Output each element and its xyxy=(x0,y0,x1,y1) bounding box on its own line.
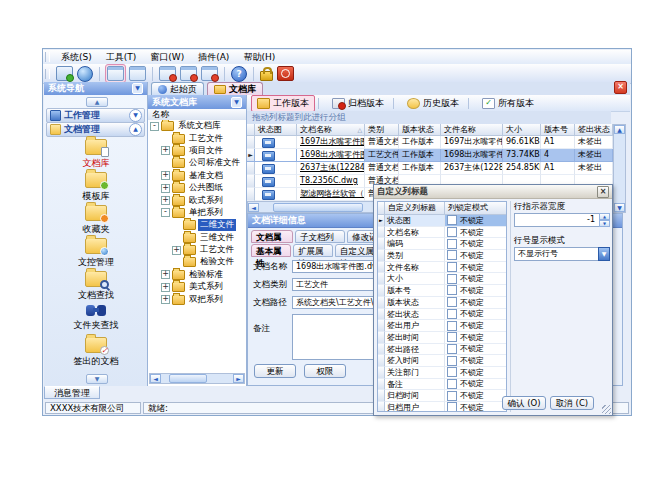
tab-basic-properties[interactable]: 基本属性 xyxy=(251,244,291,257)
remarks-textarea[interactable] xyxy=(292,314,382,360)
sidebar-item-doc-library[interactable]: 文档库 xyxy=(44,139,148,170)
lock-checkbox[interactable] xyxy=(447,402,457,412)
history-version-button[interactable]: 历史版本 xyxy=(401,95,465,112)
globe-icon[interactable] xyxy=(77,66,93,82)
tree-expander[interactable]: + xyxy=(161,270,170,279)
grid-row[interactable]: 归档时间不锁定 xyxy=(378,390,506,402)
lock-checkbox[interactable] xyxy=(447,262,457,272)
tree-node[interactable]: +检验标准 xyxy=(148,269,246,281)
permission-button[interactable]: 权限 xyxy=(304,364,346,378)
lock-checkbox[interactable] xyxy=(447,367,457,377)
grid-row[interactable]: 文件名称不锁定 xyxy=(378,262,506,274)
column-header-category[interactable]: 类别 xyxy=(365,124,399,136)
doc-name-cell[interactable]: 1698出水嘴零件图.dwg xyxy=(297,149,365,162)
column-header-size[interactable]: 大小 xyxy=(503,124,541,136)
tab-doc-properties[interactable]: 文档属性 xyxy=(251,230,293,243)
sidebar-group-document[interactable]: 文档管理 ▲ xyxy=(46,122,145,137)
lock-checkbox[interactable] xyxy=(447,297,457,307)
grid-row[interactable]: 签出路径不锁定 xyxy=(378,344,506,356)
lock-checkbox[interactable] xyxy=(447,250,457,260)
lock-checkbox[interactable] xyxy=(447,215,457,225)
column-header-version-status[interactable]: 版本状态 xyxy=(399,124,441,136)
lock-checkbox[interactable] xyxy=(447,285,457,295)
tab-start-page[interactable]: 起始页 xyxy=(151,82,204,95)
grid-row[interactable]: 签入时间不锁定 xyxy=(378,355,506,367)
sidebar-item-favorites[interactable]: 收藏夹 xyxy=(44,205,148,236)
tree-node[interactable]: +工艺文件 xyxy=(148,244,246,256)
scroll-down-icon[interactable]: ▼ xyxy=(614,203,625,212)
tree-expander[interactable] xyxy=(161,134,170,143)
tree-node[interactable]: 公司标准文件 xyxy=(148,157,246,169)
template-window-icon[interactable] xyxy=(129,66,146,81)
grid-row[interactable]: 编码不锁定 xyxy=(378,238,506,250)
column-header-version-no[interactable]: 版本号 xyxy=(541,124,575,136)
help-icon[interactable] xyxy=(231,66,247,82)
chevron-down-icon[interactable]: ▼ xyxy=(129,109,142,122)
tree-node-selected[interactable]: 二维文件 xyxy=(148,219,246,231)
tree-node[interactable]: -单把系列 xyxy=(148,207,246,219)
cancel-button[interactable]: 取消 (C) xyxy=(550,396,594,410)
grid-row[interactable]: 文档名称不锁定 xyxy=(378,227,506,239)
scrollbar-thumb[interactable] xyxy=(273,203,363,212)
lock-checkbox[interactable] xyxy=(447,309,457,319)
column-header-doc-name[interactable]: △文档名称 xyxy=(297,124,365,136)
sidebar-item-doc-search[interactable]: 文档查找 xyxy=(44,271,148,302)
all-versions-button[interactable]: ✓所有版本 xyxy=(476,95,540,112)
doc-category-field[interactable]: 工艺文件 xyxy=(292,278,382,291)
tree-node[interactable]: +双把系列 xyxy=(148,293,246,305)
chevron-down-icon[interactable]: ▼ xyxy=(598,247,610,261)
grid-row[interactable]: 归档用户不锁定 xyxy=(378,402,506,412)
dialog-title-bar[interactable]: 自定义列标题 × xyxy=(374,185,612,199)
grid-row[interactable]: 关注部门不锁定 xyxy=(378,367,506,379)
scroll-right-icon[interactable]: ► xyxy=(233,374,244,383)
close-tab-icon[interactable]: × xyxy=(614,81,627,94)
close-icon[interactable]: × xyxy=(597,186,609,198)
doc-name-cell[interactable]: 1697出水嘴零件图.dwg xyxy=(297,136,365,149)
row-number-mode-select[interactable]: 不显示行号 xyxy=(514,247,610,261)
spin-up-icon[interactable]: ▲ xyxy=(599,213,610,220)
sidebar-item-checked-out-docs[interactable]: ✓ 签出的文档 xyxy=(44,337,148,368)
grid-row[interactable]: 大小不锁定 xyxy=(378,273,506,285)
grid-row[interactable]: 版本号不锁定 xyxy=(378,285,506,297)
doc-name-cell[interactable]: 塑滤网络丝软管（+... xyxy=(297,188,365,201)
tree-horizontal-scrollbar[interactable]: ◄ ► xyxy=(149,373,245,384)
tree-expander[interactable]: - xyxy=(161,208,170,217)
document-library-toggle[interactable] xyxy=(105,64,126,83)
grid-row[interactable]: 签出用户不锁定 xyxy=(378,320,506,332)
tree-expander[interactable]: + xyxy=(161,171,170,180)
checkout-window-icon[interactable] xyxy=(159,66,176,81)
tree-expander[interactable] xyxy=(161,159,170,168)
lock-checkbox[interactable] xyxy=(447,274,457,284)
chevron-up-icon[interactable]: ▲ xyxy=(129,123,142,136)
tree-node[interactable]: +项目文件 xyxy=(148,145,246,157)
column-header-status[interactable]: 状态图 xyxy=(255,124,297,136)
menu-tools[interactable]: 工具(T) xyxy=(99,50,144,65)
scrollbar-thumb[interactable] xyxy=(169,374,207,383)
toolbar-grip[interactable] xyxy=(45,52,50,62)
scroll-up-button[interactable]: ▲ xyxy=(86,97,108,107)
tree-node[interactable]: 工艺文件 xyxy=(148,132,246,144)
tree-node[interactable]: 三维文件 xyxy=(148,232,246,244)
lock-checkbox[interactable] xyxy=(447,356,457,366)
resize-grip[interactable] xyxy=(602,405,611,414)
lock-checkbox[interactable] xyxy=(447,344,457,354)
tab-extended-properties[interactable]: 扩展属性 xyxy=(293,244,333,257)
lock-checkbox[interactable] xyxy=(447,227,457,237)
tree-expander[interactable]: + xyxy=(161,184,170,193)
lock-checkbox[interactable] xyxy=(447,321,457,331)
table-row[interactable]: 2637主体(12284).dwg 普通文档 工作版本 2637主体(12284… xyxy=(247,162,613,175)
menu-plugins[interactable]: 插件(A) xyxy=(191,50,236,65)
scroll-up-icon[interactable]: ▲ xyxy=(614,125,625,134)
confirm-button[interactable]: 确认 (O) xyxy=(502,396,546,410)
grid-row[interactable]: 签出状态不锁定 xyxy=(378,309,506,321)
column-header-checkout-status[interactable]: 签出状态 xyxy=(575,124,613,136)
tree-expander[interactable]: + xyxy=(161,283,170,292)
sidebar-item-template-library[interactable]: 模板库 xyxy=(44,172,148,203)
grid-header-lock-mode[interactable]: 列锁定模式 xyxy=(445,202,506,215)
grid-header-title[interactable]: 自定义列标题 xyxy=(385,202,445,215)
sidebar-item-folder-search[interactable]: 文件夹查找 xyxy=(44,304,148,332)
tree-node[interactable]: -系统文档库 xyxy=(148,120,246,132)
lock-checkbox[interactable] xyxy=(447,379,457,389)
tree-node[interactable]: +欧式系列 xyxy=(148,194,246,206)
lock-icon[interactable] xyxy=(260,71,273,81)
